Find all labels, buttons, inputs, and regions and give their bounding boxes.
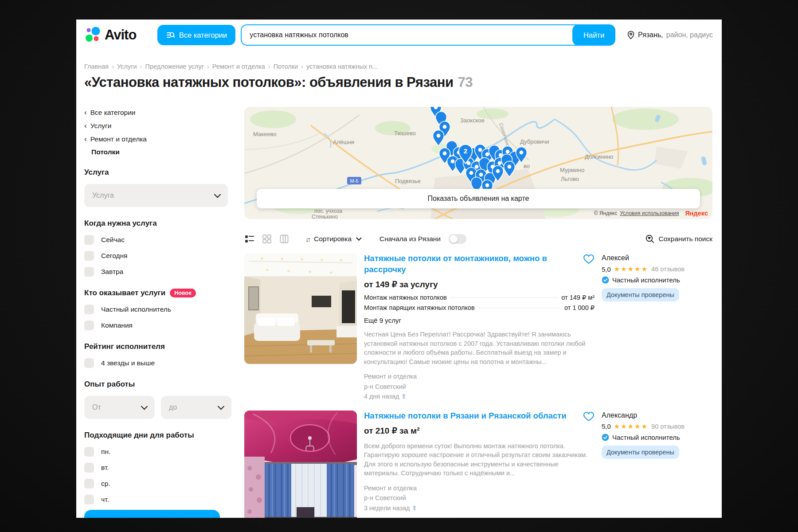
seller-reviews-count[interactable]: 46 отзывов bbox=[651, 266, 685, 273]
breadcrumb-item[interactable]: Предложение услуг bbox=[145, 63, 204, 70]
rating-section-title: Рейтинг исполнителя bbox=[84, 342, 228, 351]
checkbox-company[interactable]: Компания bbox=[84, 321, 228, 330]
seller-verified-row: Частный исполнитель bbox=[602, 276, 712, 284]
map-label: Тюшево bbox=[394, 130, 416, 137]
checkbox-thursday[interactable]: чт. bbox=[84, 495, 228, 505]
main-content: Макеево Алёшня Тюшево Заокское Дубровичи… bbox=[244, 107, 712, 518]
checkbox-box[interactable] bbox=[84, 495, 94, 505]
seller-rating-value: 5,0 bbox=[602, 266, 611, 273]
checkbox-box[interactable] bbox=[84, 479, 94, 489]
seller-rating-value: 5,0 bbox=[602, 422, 611, 430]
find-button[interactable]: Найти bbox=[572, 24, 615, 46]
checkbox-box[interactable] bbox=[84, 463, 94, 473]
list-view-icon[interactable] bbox=[244, 234, 255, 244]
search-bar: Найти bbox=[241, 24, 615, 46]
back-link-repair[interactable]: Ремонт и отделка bbox=[84, 135, 228, 144]
checkbox-box[interactable] bbox=[84, 447, 94, 457]
sort-button[interactable]: ↓↑ Сортировка bbox=[305, 235, 361, 243]
listing-footer: Ремонт и отделка р-н Советский 4 дня наз… bbox=[364, 372, 595, 401]
back-link-all-categories[interactable]: Все категории bbox=[84, 108, 228, 117]
breadcrumb-item[interactable]: Услуги bbox=[117, 63, 137, 70]
back-link-services[interactable]: Услуги bbox=[84, 121, 228, 130]
sort-label: Сортировка bbox=[314, 235, 352, 243]
service-select[interactable]: Услуга bbox=[84, 184, 228, 207]
grid-view-icon[interactable] bbox=[262, 234, 272, 244]
back-link-label: Все категории bbox=[90, 109, 136, 117]
checkbox-box[interactable] bbox=[84, 305, 94, 314]
listing-title[interactable]: Натяжные потолки в Рязани и Рязанской об… bbox=[364, 411, 568, 422]
seller-reviews-count[interactable]: 90 отзывов bbox=[651, 423, 685, 430]
favorite-heart-icon[interactable] bbox=[583, 411, 595, 422]
experience-to-select[interactable]: до bbox=[161, 396, 231, 419]
checkbox-box[interactable] bbox=[84, 267, 94, 277]
listing-footer: Ремонт и отделка р-н Советский 3 недели … bbox=[364, 483, 595, 513]
yandex-logo: Яндекс bbox=[685, 210, 708, 217]
seller-rating-row: 5,0 ★★★★★ 46 отзывов bbox=[602, 265, 712, 273]
breadcrumb-separator: › bbox=[301, 63, 303, 70]
listing-photo[interactable] bbox=[244, 411, 357, 518]
avito-logo-text: Avito bbox=[105, 27, 136, 43]
results-map[interactable]: Макеево Алёшня Тюшево Заокское Дубровичи… bbox=[244, 107, 712, 219]
breadcrumb-item[interactable]: Главная bbox=[84, 63, 109, 70]
search-input[interactable] bbox=[241, 24, 599, 46]
listing-category: Ремонт и отделка bbox=[364, 483, 595, 493]
dotted-leader bbox=[450, 297, 558, 298]
seller-name[interactable]: Алексей bbox=[602, 254, 712, 262]
all-categories-button[interactable]: Все категории bbox=[157, 25, 235, 45]
show-on-map-button[interactable]: Показать объявления на карте bbox=[257, 189, 700, 208]
chevron-down-icon bbox=[218, 403, 225, 410]
map-label: Алёшня bbox=[333, 139, 354, 145]
checkbox-tuesday[interactable]: вт. bbox=[84, 463, 228, 473]
breadcrumb-item[interactable]: Ремонт и отделка bbox=[212, 63, 265, 70]
location-selector[interactable]: Рязань, район, радиус bbox=[627, 31, 713, 39]
checkbox-box[interactable] bbox=[84, 358, 94, 368]
listing-photo[interactable] bbox=[244, 253, 357, 364]
breadcrumb-item[interactable]: Потолки bbox=[274, 63, 298, 70]
verified-check-icon bbox=[602, 434, 609, 441]
avito-logo[interactable]: Avito bbox=[84, 26, 136, 44]
verified-check-icon bbox=[602, 276, 609, 284]
checkbox-wednesday[interactable]: ср. bbox=[84, 479, 228, 489]
current-category[interactable]: Потолки bbox=[91, 148, 228, 156]
promoted-arrow-icon: ⬆ bbox=[401, 393, 407, 400]
results-toolbar: ↓↑ Сортировка Сначала из Рязани Сохранит… bbox=[244, 233, 712, 245]
listing-price: от 210 ₽ за м² bbox=[364, 426, 595, 436]
checkbox-label: Сейчас bbox=[101, 236, 125, 244]
listing-title[interactable]: Натяжные потолки от монтажников, можно в… bbox=[364, 253, 568, 275]
checkbox-private-provider[interactable]: Частный исполнитель bbox=[84, 305, 228, 314]
results-count: 73 bbox=[458, 74, 472, 90]
breadcrumb-separator: › bbox=[140, 63, 142, 70]
checkbox-now[interactable]: Сейчас bbox=[84, 235, 228, 245]
map-view-icon[interactable] bbox=[279, 234, 289, 244]
checkbox-4-stars-up[interactable]: 4 звезды и выше bbox=[84, 358, 228, 368]
breadcrumb-separator: › bbox=[112, 63, 114, 70]
checkbox-tomorrow[interactable]: Завтра bbox=[84, 267, 228, 277]
checkbox-label: Завтра bbox=[101, 268, 123, 276]
star-rating-icons: ★★★★★ bbox=[614, 422, 648, 430]
checkbox-box[interactable] bbox=[84, 251, 94, 261]
location-city: Рязань, bbox=[638, 31, 663, 39]
seller-name[interactable]: Александр bbox=[602, 411, 712, 419]
listing-item: Натяжные потолки в Рязани и Рязанской об… bbox=[244, 411, 712, 518]
save-search-button[interactable]: Сохранить поиск bbox=[645, 234, 712, 244]
avito-logo-icon bbox=[84, 26, 102, 44]
checkbox-label: вт. bbox=[101, 464, 109, 472]
experience-from-select[interactable]: От bbox=[84, 396, 155, 419]
chevron-down-icon bbox=[214, 191, 221, 198]
from-city-toggle[interactable] bbox=[449, 234, 466, 244]
breadcrumb-item[interactable]: установка натяжных п... bbox=[306, 63, 378, 70]
map-terms-link[interactable]: Условия использования bbox=[620, 210, 679, 216]
more-services-link[interactable]: Ещё 9 услуг bbox=[364, 317, 595, 324]
map-label: пос. учхоза bbox=[314, 208, 342, 214]
favorite-heart-icon[interactable] bbox=[583, 254, 595, 265]
checkbox-box[interactable] bbox=[84, 321, 94, 330]
checkbox-monday[interactable]: пн. bbox=[84, 447, 228, 457]
map-label: Стенькино bbox=[312, 214, 338, 219]
toggle-knob bbox=[450, 235, 458, 243]
apply-filters-button[interactable] bbox=[84, 510, 220, 518]
listing-date-text: 4 дня назад bbox=[364, 393, 399, 400]
checkbox-box[interactable] bbox=[84, 235, 94, 245]
listing-date-text: 3 недели назад bbox=[364, 505, 410, 512]
checkbox-today[interactable]: Сегодня bbox=[84, 251, 228, 261]
chevron-down-icon bbox=[141, 403, 148, 410]
